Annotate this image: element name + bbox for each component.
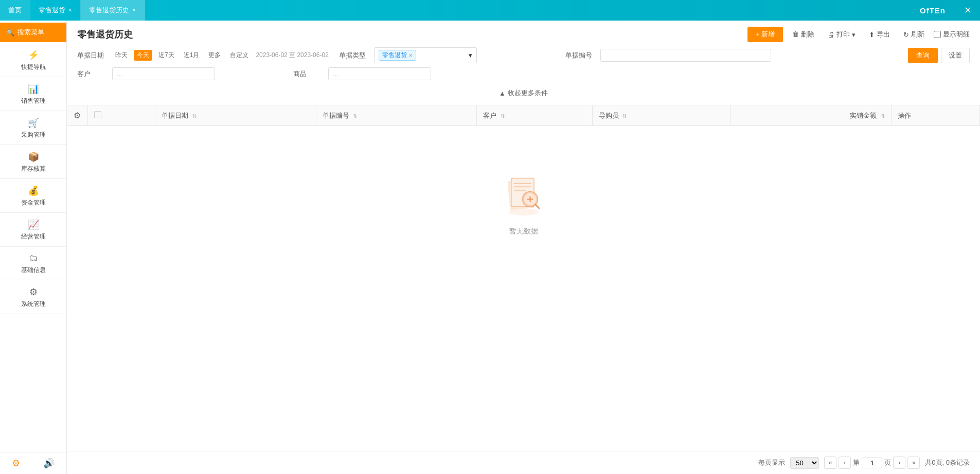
- sidebar-item-inventory[interactable]: 📦 库存核算: [0, 145, 66, 179]
- total-info: 共0页, 0条记录: [925, 458, 970, 467]
- collapse-button[interactable]: ▲ 收起更多条件: [499, 88, 548, 98]
- export-icon: ⬆: [869, 31, 875, 39]
- first-page-button[interactable]: «: [824, 457, 836, 469]
- sidebar-item-operations-label: 经营管理: [21, 232, 46, 241]
- sidebar-item-system[interactable]: ⚙ 系统管理: [0, 280, 66, 314]
- type-tag-remove[interactable]: ×: [409, 52, 413, 59]
- speaker-icon[interactable]: 🔊: [43, 458, 55, 469]
- customer-placeholder: ...: [117, 70, 122, 78]
- col-amount-header[interactable]: 实销金额 ⇅: [730, 105, 891, 126]
- main-layout: 🔍 搜索菜单 ⚡ 快捷导航 📊 销售管理 🛒 采购管理 📦 库存核算 💰 资金管…: [0, 21, 980, 474]
- tab-home[interactable]: 首页: [0, 0, 30, 21]
- export-button[interactable]: ⬆ 导出: [865, 28, 894, 41]
- col-action-header: 操作: [891, 105, 979, 126]
- col-number-sort-icon: ⇅: [353, 113, 357, 119]
- table-settings-icon[interactable]: ⚙: [74, 111, 81, 120]
- delete-button[interactable]: 🗑 删除: [788, 28, 818, 41]
- date-opt-more[interactable]: 更多: [205, 50, 224, 61]
- col-customer-header[interactable]: 客户 ⇅: [477, 105, 593, 126]
- customer-filter-select[interactable]: ...: [112, 67, 215, 80]
- last-page-button[interactable]: »: [907, 457, 920, 469]
- refresh-button[interactable]: ↻ 刷新: [899, 28, 929, 41]
- number-filter-label: 单据编号: [565, 51, 596, 60]
- col-date-sort-icon: ⇅: [192, 113, 197, 119]
- tab-retail-return-close[interactable]: ×: [68, 7, 72, 14]
- col-amount-label: 实销金额: [850, 112, 877, 119]
- sidebar-item-quick-nav-label: 快捷导航: [21, 63, 46, 71]
- display-checkbox[interactable]: [934, 31, 941, 38]
- col-customer-label: 客户: [483, 112, 496, 119]
- goods-placeholder: ...: [333, 70, 338, 78]
- date-opt-7days[interactable]: 近7天: [155, 50, 177, 61]
- sidebar-item-finance[interactable]: 💰 资金管理: [0, 179, 66, 213]
- type-tag: 零售退货 ×: [379, 50, 416, 61]
- page-size-select[interactable]: 20 50 100 200: [790, 457, 819, 469]
- quick-nav-icon: ⚡: [28, 49, 39, 61]
- svg-line-12: [535, 205, 539, 209]
- sidebar: 🔍 搜索菜单 ⚡ 快捷导航 📊 销售管理 🛒 采购管理 📦 库存核算 💰 资金管…: [0, 21, 67, 474]
- sidebar-item-purchase[interactable]: 🛒 采购管理: [0, 111, 66, 145]
- sidebar-item-operations[interactable]: 📈 经营管理: [0, 213, 66, 247]
- sidebar-item-inventory-label: 库存核算: [21, 165, 46, 173]
- filter-type-group: 单据类型 零售退货 × ▾: [339, 47, 555, 63]
- query-button[interactable]: 查询: [908, 48, 938, 63]
- goods-filter-select[interactable]: ...: [328, 67, 431, 80]
- type-filter-select[interactable]: 零售退货 × ▾: [374, 47, 477, 63]
- table-container: ⚙ 单据日期 ⇅ 单据编号 ⇅: [67, 105, 980, 451]
- tab-retail-return-history-close[interactable]: ×: [132, 7, 136, 14]
- collapse-label: 收起更多条件: [508, 88, 548, 98]
- page-number-input[interactable]: [862, 458, 882, 468]
- sidebar-bottom: ⚙ 🔊: [0, 452, 66, 474]
- settings-button[interactable]: 设置: [941, 48, 970, 63]
- select-all-checkbox[interactable]: [94, 111, 101, 118]
- table-header-row: ⚙ 单据日期 ⇅ 单据编号 ⇅: [67, 105, 980, 126]
- empty-text: 暂无数据: [509, 227, 538, 236]
- finance-icon: 💰: [28, 185, 39, 196]
- col-customer-sort-icon: ⇅: [501, 113, 505, 119]
- tab-retail-return-history[interactable]: 零售退货历史 ×: [81, 0, 145, 21]
- settings-bottom-icon[interactable]: ⚙: [12, 458, 20, 469]
- basic-info-icon: 🗂: [29, 253, 38, 264]
- sidebar-search[interactable]: 🔍 搜索菜单: [0, 23, 66, 42]
- new-button[interactable]: + 新增: [747, 27, 783, 42]
- col-guide-label: 导购员: [599, 112, 619, 119]
- window-close-button[interactable]: ✕: [964, 5, 972, 16]
- sidebar-item-purchase-label: 采购管理: [21, 131, 46, 139]
- col-number-header[interactable]: 单据编号 ⇅: [316, 105, 476, 126]
- print-button[interactable]: 🖨 打印 ▾: [824, 28, 860, 41]
- sidebar-item-quick-nav[interactable]: ⚡ 快捷导航: [0, 43, 66, 77]
- tab-home-label: 首页: [8, 6, 22, 15]
- date-opt-today[interactable]: 今天: [134, 50, 152, 61]
- date-options: 昨天 今天 近7天 近1月 更多 自定义: [112, 50, 252, 61]
- goods-filter-label: 商品: [293, 69, 324, 79]
- date-opt-custom[interactable]: 自定义: [227, 50, 252, 61]
- refresh-label: 刷新: [911, 30, 924, 39]
- table-footer: 每页显示 20 50 100 200 « ‹ 第 页 › » 共0页, 0条记录: [67, 451, 980, 474]
- collapse-icon: ▲: [499, 89, 506, 97]
- page-size-label: 每页显示: [758, 458, 785, 467]
- date-filter-label: 单据日期: [77, 51, 108, 60]
- page-label: 第: [853, 458, 860, 467]
- content-area: 零售退货历史 + 新增 🗑 删除 🖨 打印 ▾ ⬆ 导出 ↻: [67, 21, 980, 474]
- col-checkbox-header[interactable]: [87, 105, 155, 126]
- page-header-top: 零售退货历史 + 新增 🗑 删除 🖨 打印 ▾ ⬆ 导出 ↻: [77, 27, 970, 42]
- col-guide-header[interactable]: 导购员 ⇅: [592, 105, 730, 126]
- col-date-header[interactable]: 单据日期 ⇅: [155, 105, 316, 126]
- data-table: ⚙ 单据日期 ⇅ 单据编号 ⇅: [67, 105, 980, 126]
- table-header: ⚙ 单据日期 ⇅ 单据编号 ⇅: [67, 105, 980, 126]
- number-filter-input[interactable]: [600, 49, 771, 62]
- date-opt-yesterday[interactable]: 昨天: [112, 50, 131, 61]
- date-opt-1month[interactable]: 近1月: [181, 50, 203, 61]
- export-label: 导出: [877, 30, 890, 39]
- sidebar-item-sales-label: 销售管理: [21, 97, 46, 105]
- filter-goods-group: 商品 ...: [293, 67, 499, 80]
- sidebar-item-sales[interactable]: 📊 销售管理: [0, 77, 66, 111]
- sidebar-item-basic-info[interactable]: 🗂 基础信息: [0, 247, 66, 280]
- prev-page-button[interactable]: ‹: [839, 457, 851, 469]
- col-settings-header[interactable]: ⚙: [67, 105, 87, 126]
- print-chevron-icon: ▾: [852, 31, 856, 39]
- next-page-button[interactable]: ›: [893, 457, 905, 469]
- tab-retail-return[interactable]: 零售退货 ×: [30, 0, 81, 21]
- display-toggle[interactable]: 显示明细: [934, 30, 970, 39]
- top-bar-right: OfTEn ✕: [912, 5, 980, 16]
